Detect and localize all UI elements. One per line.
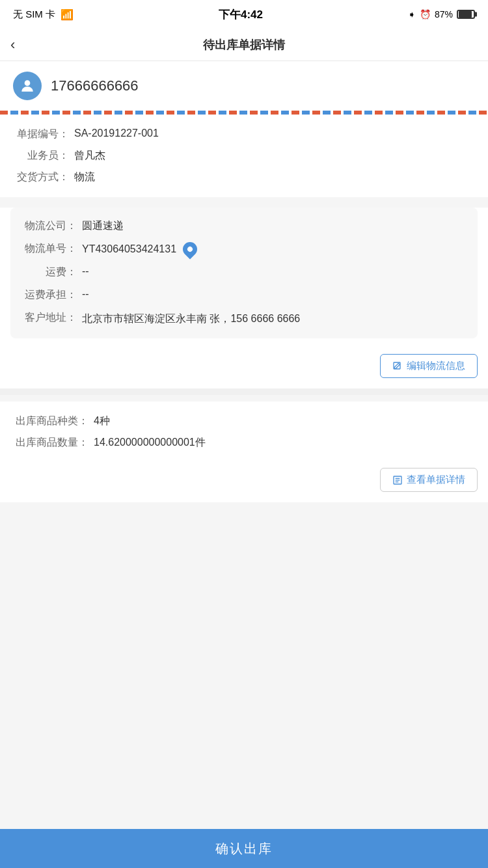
status-time: 下午4:42 [219, 7, 263, 22]
battery-percent: 87% [435, 9, 453, 20]
status-right: ➧ ⏰ 87% [408, 9, 475, 20]
delivery-row: 交货方式： 物流 [16, 170, 472, 184]
freight-value: -- [82, 265, 465, 277]
freight-bearer-label: 运费承担： [23, 288, 82, 302]
order-no-row: 单据编号： SA-20191227-001 [16, 128, 472, 141]
freight-bearer-row: 运费承担： -- [23, 288, 465, 302]
order-no-value: SA-20191227-001 [74, 128, 472, 139]
location-pin-icon[interactable] [180, 239, 200, 259]
wifi-icon: 📶 [61, 8, 74, 21]
view-details-btn-row: 查看单据详情 [0, 463, 488, 502]
status-left: 无 SIM 卡 📶 [13, 8, 74, 21]
address-value: 北京市市辖区海淀区永丰南 张，156 6666 6666 [82, 311, 465, 327]
salesman-row: 业务员： 曾凡杰 [16, 149, 472, 163]
delivery-value: 物流 [74, 170, 472, 184]
logistics-tracking-value: YT43064053424131 [82, 242, 465, 256]
freight-bearer-value: -- [82, 288, 465, 300]
freight-row: 运费： -- [23, 265, 465, 279]
salesman-value: 曾凡杰 [74, 149, 472, 163]
bottom-spacer [0, 502, 488, 606]
list-icon [392, 475, 403, 485]
confirm-btn-bar[interactable]: 确认出库 [0, 829, 488, 868]
status-bar: 无 SIM 卡 📶 下午4:42 ➧ ⏰ 87% [0, 0, 488, 29]
goods-section: 出库商品种类： 4种 出库商品数量： 14.620000000000001件 [0, 401, 488, 463]
battery-icon [457, 10, 475, 19]
logistics-tracking-label: 物流单号： [23, 242, 82, 256]
address-label: 客户地址： [23, 311, 82, 325]
carrier-label: 无 SIM 卡 [13, 8, 55, 21]
logistics-tracking-row: 物流单号： YT43064053424131 [23, 242, 465, 256]
goods-quantity-row: 出库商品数量： 14.620000000000001件 [16, 436, 472, 450]
customer-phone: 17666666666 [51, 77, 139, 94]
alarm-icon: ⏰ [420, 9, 431, 20]
customer-header: 17666666666 [0, 61, 488, 111]
delivery-label: 交货方式： [16, 170, 74, 184]
edit-logistics-button[interactable]: 编辑物流信息 [380, 354, 478, 378]
order-info-section: 单据编号： SA-20191227-001 业务员： 曾凡杰 交货方式： 物流 [0, 115, 488, 197]
view-details-button[interactable]: 查看单据详情 [380, 468, 478, 492]
avatar [13, 72, 42, 100]
salesman-label: 业务员： [16, 149, 74, 163]
goods-types-row: 出库商品种类： 4种 [16, 414, 472, 428]
logistics-card: 物流公司： 圆通速递 物流单号： YT43064053424131 运费： --… [10, 208, 478, 338]
goods-types-label: 出库商品种类： [16, 414, 94, 428]
edit-btn-row: 编辑物流信息 [0, 349, 488, 388]
nav-bar: ‹ 待出库单据详情 [0, 29, 488, 61]
logistics-company-row: 物流公司： 圆通速递 [23, 219, 465, 233]
freight-label: 运费： [23, 265, 82, 279]
page-title: 待出库单据详情 [203, 37, 285, 53]
location-icon: ➧ [408, 9, 416, 20]
address-row: 客户地址： 北京市市辖区海淀区永丰南 张，156 6666 6666 [23, 311, 465, 327]
order-no-label: 单据编号： [16, 128, 74, 141]
edit-icon [392, 361, 403, 372]
logistics-company-label: 物流公司： [23, 219, 82, 233]
svg-point-0 [25, 80, 31, 86]
back-button[interactable]: ‹ [5, 31, 20, 59]
goods-quantity-label: 出库商品数量： [16, 436, 94, 450]
section-divider [0, 388, 488, 395]
confirm-btn-label: 确认出库 [215, 840, 273, 858]
goods-types-value: 4种 [94, 414, 110, 428]
logistics-company-value: 圆通速递 [82, 219, 465, 233]
goods-quantity-value: 14.620000000000001件 [94, 436, 206, 450]
